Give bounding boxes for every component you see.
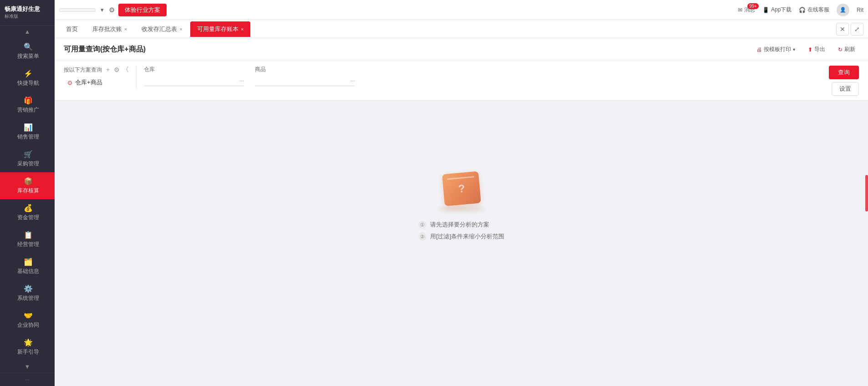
print-dropdown-icon: ▾: [793, 47, 795, 52]
scroll-up-btn[interactable]: ▲: [0, 26, 55, 38]
hint-text-2: 用[过滤]条件来缩小分析范围: [430, 232, 504, 241]
industry-solution-btn[interactable]: 体验行业方案: [118, 4, 167, 16]
tab-home-label: 首页: [66, 25, 78, 33]
filter-scheme-header: 按以下方案查询 ＋ ⚙ 《: [64, 66, 129, 74]
scroll-down-btn[interactable]: ▼: [0, 360, 55, 373]
gear-icon[interactable]: ⚙: [109, 6, 115, 14]
tab-batch-account-close[interactable]: ×: [124, 26, 127, 32]
enterprise-icon: 🤝: [24, 311, 33, 320]
filter-row: 按以下方案查询 ＋ ⚙ 《 ⊙ 仓库+商品 仓库: [64, 66, 859, 96]
sidebar-bottom-btn[interactable]: ···: [0, 373, 55, 386]
username-label[interactable]: Rit: [857, 7, 863, 13]
filter-field-warehouse: 仓库 ···: [144, 66, 244, 86]
sidebar-item-marketing[interactable]: 🎁 营销推广: [0, 92, 55, 118]
sidebar-item-operations[interactable]: 📋 经营管理: [0, 226, 55, 253]
refresh-label: 刷新: [844, 46, 855, 53]
empty-hints: ① 请先选择要分析的方案 ② 用[过滤]条件来缩小分析范围: [418, 221, 504, 241]
main-area: ▾ ⚙ 体验行业方案 ✉ 消息 99+ 📱 App下载 🎧 在线客服 👤 Rit: [55, 0, 868, 386]
print-btn[interactable]: 🖨 按模板打印 ▾: [753, 44, 799, 55]
tab-receipt-summary-close[interactable]: ×: [179, 26, 182, 32]
warehouse-input[interactable]: [144, 77, 238, 84]
new-guide-icon: 🌟: [24, 338, 33, 347]
collapse-scheme-btn[interactable]: 《: [122, 66, 129, 74]
tab-batch-account-label: 库存批次账: [92, 25, 122, 33]
warehouse-field-input-container: ···: [144, 75, 244, 86]
tab-batch-account[interactable]: 库存批次账 ×: [86, 21, 134, 37]
settings-scheme-btn[interactable]: ⚙: [114, 66, 120, 73]
tab-close-all-btn[interactable]: ✕: [836, 23, 849, 36]
sidebar-item-label: 基础信息: [17, 268, 39, 275]
scheme-item-icon: ⊙: [67, 79, 72, 86]
tab-receipt-summary[interactable]: 收发存汇总表 ×: [135, 21, 189, 37]
sidebar-item-label: 采购管理: [17, 160, 39, 168]
message-btn[interactable]: ✉ 消息 99+: [738, 6, 755, 14]
sidebar-item-system[interactable]: ⚙️ 系统管理: [0, 280, 55, 307]
product-more-btn[interactable]: ···: [350, 77, 355, 84]
empty-state: ① 请先选择要分析的方案 ② 用[过滤]条件来缩小分析范围: [55, 101, 868, 306]
quick-nav-icon: ⚡: [24, 69, 33, 78]
tab-available-ledger-label: 可用量库存账本: [197, 25, 239, 33]
app-title: 畅康通好生意: [5, 5, 50, 13]
tab-available-ledger[interactable]: 可用量库存账本 ×: [190, 21, 250, 37]
filter-scheme-panel: 按以下方案查询 ＋ ⚙ 《 ⊙ 仓库+商品: [64, 66, 137, 88]
sidebar-item-search[interactable]: 🔍 搜索菜单: [0, 38, 55, 65]
sidebar-item-label: 资金管理: [17, 214, 39, 221]
scheme-warehouse-product[interactable]: ⊙ 仓库+商品: [64, 77, 129, 88]
tabs-actions: ✕ ⤢: [836, 23, 863, 36]
tab-receipt-summary-label: 收发存汇总表: [142, 25, 177, 33]
sidebar-item-new-guide[interactable]: 🌟 新手引导: [0, 334, 55, 360]
add-scheme-btn[interactable]: ＋: [105, 66, 111, 74]
breadcrumb-dropdown-btn[interactable]: ▾: [99, 5, 105, 15]
app-logo: 畅康通好生意 标准版: [0, 0, 55, 26]
sidebar-nav: 🔍 搜索菜单 ⚡ 快捷导航 🎁 营销推广 📊 销售管理 🛒 采购管理 📦 库存核…: [0, 38, 55, 360]
avatar-placeholder: 👤: [840, 7, 846, 13]
refresh-btn[interactable]: ↻ 刷新: [834, 44, 859, 55]
sidebar-item-purchase[interactable]: 🛒 采购管理: [0, 145, 55, 172]
sidebar-item-label: 快捷导航: [17, 79, 39, 87]
sidebar-item-label: 营销推广: [17, 106, 39, 114]
tab-expand-btn[interactable]: ⤢: [851, 23, 863, 36]
tab-home[interactable]: 首页: [59, 21, 85, 37]
basic-info-icon: 🗂️: [24, 257, 33, 266]
sidebar: 畅康通好生意 标准版 ▲ 🔍 搜索菜单 ⚡ 快捷导航 🎁 营销推广 📊 销售管理…: [0, 0, 55, 386]
online-service-btn[interactable]: 🎧 在线客服: [799, 6, 829, 14]
sidebar-item-enterprise[interactable]: 🤝 企业协同: [0, 307, 55, 334]
warehouse-more-btn[interactable]: ···: [239, 77, 244, 84]
tab-available-ledger-close[interactable]: ×: [241, 26, 244, 32]
hint-num-1: ①: [418, 221, 426, 229]
sidebar-item-label: 销售管理: [17, 133, 39, 141]
filter-fields: 仓库 ··· 商品 ···: [144, 66, 822, 86]
user-avatar[interactable]: 👤: [837, 4, 849, 16]
app-download-label: App下载: [771, 6, 792, 14]
system-icon: ⚙️: [24, 284, 33, 293]
operations-icon: 📋: [24, 231, 33, 239]
topbar: ▾ ⚙ 体验行业方案 ✉ 消息 99+ 📱 App下载 🎧 在线客服 👤 Rit: [55, 0, 868, 20]
sidebar-item-quick-nav[interactable]: ⚡ 快捷导航: [0, 65, 55, 92]
empty-visual: [434, 166, 489, 211]
sidebar-item-inventory[interactable]: 📦 库存核算: [0, 172, 55, 199]
query-btn[interactable]: 查询: [829, 66, 859, 79]
purchase-icon: 🛒: [24, 150, 33, 159]
message-badge: 99+: [747, 3, 759, 9]
sidebar-item-finance[interactable]: 💰 资金管理: [0, 199, 55, 226]
filter-field-product: 商品 ···: [255, 66, 355, 86]
sidebar-item-label: 企业协同: [17, 321, 39, 329]
app-download-btn[interactable]: 📱 App下载: [762, 6, 792, 14]
topbar-right: ✉ 消息 99+ 📱 App下载 🎧 在线客服 👤 Rit: [738, 4, 863, 16]
sidebar-item-sales[interactable]: 📊 销售管理: [0, 118, 55, 145]
sidebar-item-basic-info[interactable]: 🗂️ 基础信息: [0, 253, 55, 280]
sales-icon: 📊: [24, 123, 33, 132]
product-field-input-container: ···: [255, 75, 355, 86]
export-btn[interactable]: ⬆ 导出: [804, 44, 829, 55]
settings-btn[interactable]: 设置: [832, 82, 859, 96]
finance-icon: 💰: [24, 204, 33, 212]
scheme-item-label: 仓库+商品: [75, 78, 102, 87]
breadcrumb-input[interactable]: [59, 8, 96, 12]
filter-scheme-label: 按以下方案查询: [64, 66, 102, 74]
service-icon: 🎧: [799, 7, 806, 13]
export-icon: ⬆: [808, 46, 812, 53]
product-input[interactable]: [255, 77, 349, 84]
online-service-label: 在线客服: [807, 6, 829, 14]
sidebar-item-label: 库存核算: [17, 187, 39, 195]
marketing-icon: 🎁: [24, 96, 33, 105]
